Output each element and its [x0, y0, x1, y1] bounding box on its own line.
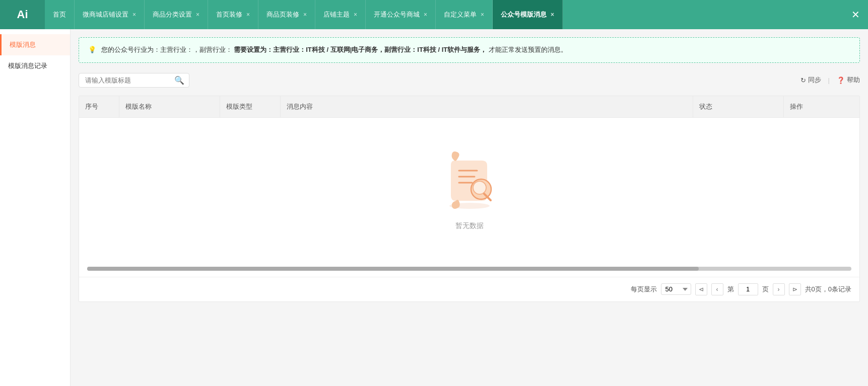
- pagination: 每页显示 50 10 20 100 ⊲ ‹ 第 页 › ⊳ 共0页，0条记录: [79, 277, 859, 301]
- nav-tab-product-decor-label: 商品页装修: [266, 10, 299, 19]
- page-suffix: 页: [762, 285, 769, 294]
- nav-tab-shop-theme-close[interactable]: ×: [354, 11, 357, 18]
- page-size-select[interactable]: 50 10 20 100: [661, 283, 691, 295]
- help-label: 帮助: [847, 75, 860, 85]
- nav-tab-custom-menu-close[interactable]: ×: [481, 11, 484, 18]
- sidebar-item-template-msg[interactable]: 模版消息: [0, 34, 70, 55]
- search-input[interactable]: [79, 73, 189, 88]
- data-table: 序号 模版名称 模版类型 消息内容 状态 操作: [79, 96, 860, 302]
- col-header-action: 操作: [784, 96, 859, 117]
- sidebar-item-template-msg-record-label: 模版消息记录: [8, 62, 47, 69]
- nav-tab-shop-settings-label: 微商城店铺设置: [83, 10, 128, 19]
- sidebar: 模版消息 模版消息记录: [0, 29, 71, 386]
- nav-tab-product-decor[interactable]: 商品页装修 ×: [258, 0, 315, 29]
- search-right: ↻ 同步 | ❓ 帮助: [800, 75, 860, 85]
- main-layout: 模版消息 模版消息记录 💡 您的公众号行业为：主营行业：，副营行业： 需要设置为…: [0, 29, 868, 386]
- help-button[interactable]: ❓ 帮助: [837, 75, 860, 85]
- nav-tabs: 首页 微商城店铺设置 × 商品分类设置 × 首页装修 × 商品页装修 × 店铺主…: [45, 0, 843, 29]
- nav-tab-product-decor-close[interactable]: ×: [303, 11, 307, 18]
- search-bar: 🔍 ↻ 同步 | ❓ 帮助: [79, 73, 860, 88]
- nav-tab-template-msg-label: 公众号模版消息: [501, 10, 547, 19]
- nav-tab-template-msg-close[interactable]: ×: [551, 11, 554, 18]
- svg-point-5: [473, 181, 486, 194]
- nav-tab-open-mall[interactable]: 开通公众号商城 ×: [366, 0, 436, 29]
- notice-highlight: 需要设置为：主营行业：IT科技 / 互联网|电子商务，副营行业：IT科技 / I…: [234, 46, 487, 53]
- col-header-type: 模版类型: [220, 96, 281, 117]
- col-header-content: 消息内容: [281, 96, 693, 117]
- nav-tab-shop-theme-label: 店铺主题: [323, 10, 350, 19]
- page-last-button[interactable]: ⊳: [789, 283, 801, 295]
- page-prev-button[interactable]: ‹: [711, 283, 723, 295]
- sidebar-item-template-msg-record[interactable]: 模版消息记录: [0, 55, 70, 76]
- col-header-name: 模版名称: [119, 96, 220, 117]
- nav-tab-shop-theme[interactable]: 店铺主题 ×: [315, 0, 366, 29]
- page-size-label: 每页显示: [631, 285, 657, 294]
- notice-box: 💡 您的公众号行业为：主营行业：，副营行业： 需要设置为：主营行业：IT科技 /…: [79, 37, 860, 63]
- help-icon: ❓: [837, 76, 845, 84]
- search-input-wrap: 🔍: [79, 73, 189, 88]
- empty-text: 暂无数据: [455, 221, 484, 230]
- nav-tab-shop-settings-close[interactable]: ×: [132, 11, 136, 18]
- nav-tab-home[interactable]: 首页: [45, 0, 75, 29]
- nav-tab-open-mall-close[interactable]: ×: [424, 11, 427, 18]
- table-scrollbar-thumb[interactable]: [87, 267, 699, 271]
- nav-tab-home-label: 首页: [53, 10, 66, 19]
- close-all-button[interactable]: ✕: [843, 0, 868, 29]
- page-first-button[interactable]: ⊲: [695, 283, 707, 295]
- top-nav: Ai 首页 微商城店铺设置 × 商品分类设置 × 首页装修 × 商品页装修 × …: [0, 0, 868, 29]
- table-scrollbar[interactable]: [87, 267, 851, 271]
- nav-tab-home-decor[interactable]: 首页装修 ×: [208, 0, 258, 29]
- divider: |: [828, 76, 830, 84]
- sync-icon: ↻: [800, 76, 806, 84]
- nav-tab-product-category-label: 商品分类设置: [153, 10, 192, 19]
- nav-tab-custom-menu-label: 自定义菜单: [444, 10, 477, 19]
- nav-tab-open-mall-label: 开通公众号商城: [374, 10, 420, 19]
- empty-illustration: [437, 148, 502, 213]
- search-left: 🔍: [79, 73, 189, 88]
- search-icon[interactable]: 🔍: [174, 75, 184, 85]
- nav-tab-home-decor-label: 首页装修: [216, 10, 242, 19]
- empty-state: 暂无数据: [79, 118, 859, 261]
- page-total: 共0页，0条记录: [805, 285, 851, 294]
- page-next-button[interactable]: ›: [773, 283, 785, 295]
- nav-tab-custom-menu[interactable]: 自定义菜单 ×: [436, 0, 493, 29]
- sidebar-item-template-msg-label: 模版消息: [10, 41, 36, 48]
- nav-tab-home-decor-close[interactable]: ×: [246, 11, 250, 18]
- nav-tab-product-category-close[interactable]: ×: [196, 11, 199, 18]
- notice-prefix: 您的公众号行业为：主营行业：，副营行业：: [101, 46, 232, 53]
- nav-tab-shop-settings[interactable]: 微商城店铺设置 ×: [75, 0, 145, 29]
- sync-label: 同步: [808, 75, 821, 85]
- table-header: 序号 模版名称 模版类型 消息内容 状态 操作: [79, 96, 859, 118]
- page-label: 第: [727, 285, 734, 294]
- content-area: 💡 您的公众号行业为：主营行业：，副营行业： 需要设置为：主营行业：IT科技 /…: [71, 29, 868, 386]
- col-header-status: 状态: [693, 96, 784, 117]
- col-header-seq: 序号: [79, 96, 119, 117]
- notice-icon: 💡: [88, 46, 96, 53]
- page-number-input[interactable]: [738, 283, 758, 295]
- app-logo: Ai: [0, 0, 45, 29]
- notice-suffix: 才能正常发送预置的消息。: [489, 46, 567, 53]
- sync-button[interactable]: ↻ 同步: [800, 75, 821, 85]
- nav-tab-template-msg[interactable]: 公众号模版消息 ×: [493, 0, 563, 29]
- nav-tab-product-category[interactable]: 商品分类设置 ×: [145, 0, 208, 29]
